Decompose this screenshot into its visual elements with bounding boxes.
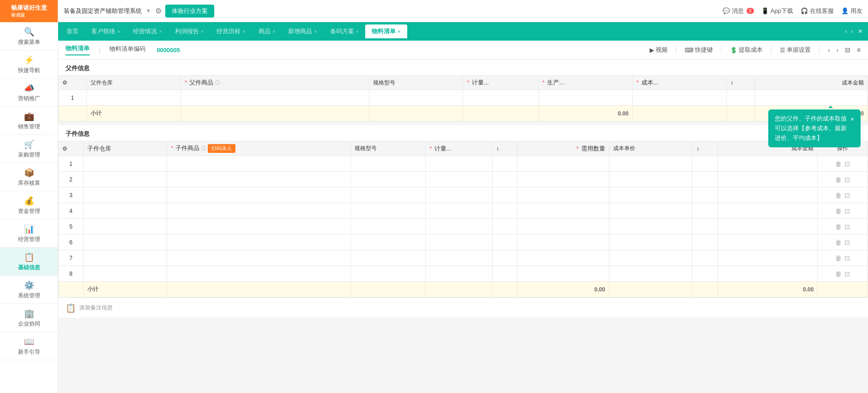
- tab-label: 物料清单: [372, 27, 396, 36]
- app-subtitle: 标准版: [11, 12, 47, 18]
- tab-close-icon[interactable]: ×: [242, 29, 245, 34]
- sidebar-item-guide[interactable]: 📖 新手引导: [0, 332, 58, 360]
- settings-icon[interactable]: ⚙: [155, 6, 162, 15]
- tab-close-icon[interactable]: ×: [201, 29, 204, 34]
- sub-tab-bom-code[interactable]: 物料清单编码: [109, 45, 145, 55]
- sidebar-item-enterprise[interactable]: 🏢 企业协同: [0, 304, 58, 332]
- copy-icon[interactable]: ⊡: [844, 270, 850, 278]
- delete-icon[interactable]: 🗑: [835, 254, 842, 262]
- nav-right-icon[interactable]: ›: [836, 47, 838, 54]
- tab-profit[interactable]: 利润报告 ×: [169, 24, 210, 38]
- experience-btn[interactable]: 体验行业方案: [165, 5, 214, 18]
- copy-icon[interactable]: ⊡: [844, 223, 850, 230]
- app-download-item[interactable]: 📱 App下载: [761, 7, 793, 15]
- action-shortcut[interactable]: ⌨ 快捷键: [685, 46, 713, 54]
- tab-new-goods[interactable]: 新增商品 ×: [282, 24, 323, 38]
- tab-close-icon[interactable]: ×: [272, 29, 275, 34]
- tab-close-icon[interactable]: ×: [117, 29, 120, 34]
- tab-barcode[interactable]: 条码方案 ×: [324, 24, 365, 38]
- tab-close-icon[interactable]: ×: [159, 29, 162, 34]
- info-icon: ⓘ: [201, 145, 206, 151]
- grid-view-icon[interactable]: ⊟: [845, 46, 850, 54]
- sidebar-item-finance[interactable]: 💰 资金管理: [0, 191, 58, 219]
- sidebar-item-basic-info[interactable]: 📋 基础信息: [0, 248, 58, 276]
- sidebar-item-system[interactable]: ⚙️ 系统管理: [0, 276, 58, 304]
- cell-c-unit-cost[interactable]: [609, 156, 693, 172]
- bottom-text[interactable]: 添加备注信息: [79, 304, 113, 312]
- delete-icon[interactable]: 🗑: [835, 239, 842, 246]
- cell-product[interactable]: [181, 90, 369, 106]
- sidebar-item-operations[interactable]: 📊 经营管理: [0, 219, 58, 248]
- cell-c-spec[interactable]: [350, 156, 426, 172]
- nav-close-all[interactable]: ×: [855, 25, 866, 37]
- cell-production[interactable]: [538, 90, 633, 106]
- delete-icon[interactable]: 🗑: [835, 270, 842, 278]
- delete-icon[interactable]: 🗑: [835, 223, 842, 230]
- tab-bom[interactable]: 物料清单 ×: [365, 24, 407, 38]
- tab-label: 首页: [66, 27, 78, 36]
- cell-spec[interactable]: [369, 90, 463, 106]
- nav-left-icon[interactable]: ‹: [828, 47, 830, 54]
- scan-input-btn[interactable]: 扫码录入: [208, 144, 235, 153]
- sidebar-item-sales[interactable]: 💼 销售管理: [0, 107, 58, 135]
- note-icon: 📋: [66, 303, 76, 313]
- action-extract-cost[interactable]: 💲 提取成本: [730, 46, 763, 54]
- delete-icon[interactable]: 🗑: [835, 207, 842, 215]
- online-service-item[interactable]: 🎧 在线客服: [801, 7, 834, 15]
- delete-icon[interactable]: 🗑: [835, 160, 842, 168]
- tab-close-icon[interactable]: ×: [314, 29, 317, 34]
- tab-close-icon[interactable]: ×: [398, 29, 400, 34]
- box-icon: 📦: [24, 168, 34, 178]
- message-item[interactable]: 💬 消息 6: [723, 7, 754, 15]
- copy-icon[interactable]: ⊡: [844, 239, 850, 246]
- sidebar-item-search[interactable]: 🔍 搜索菜单: [0, 22, 58, 50]
- cell-c-quantity[interactable]: [517, 156, 609, 172]
- tooltip-close-btn[interactable]: ×: [850, 114, 854, 124]
- nav-next-icon[interactable]: ›: [849, 26, 855, 36]
- sub-tab-bom-list[interactable]: 物料清单: [66, 44, 90, 55]
- message-icon: 💬: [723, 7, 730, 14]
- nav-prev-icon[interactable]: ‹: [844, 26, 849, 36]
- copy-icon[interactable]: ⊡: [844, 207, 850, 215]
- tab-goods[interactable]: 商品 ×: [252, 24, 282, 38]
- tab-customer[interactable]: 客户联络 ×: [85, 24, 127, 38]
- sidebar-item-label: 系统管理: [18, 292, 40, 300]
- sidebar-item-purchase[interactable]: 🛒 采购管理: [0, 135, 58, 163]
- tab-history[interactable]: 经营历程 ×: [210, 24, 252, 38]
- sidebar-item-marketing[interactable]: 📣 营销推广: [0, 79, 58, 107]
- gear-icon: ⚙️: [24, 280, 34, 290]
- tab-home[interactable]: 首页: [60, 24, 85, 38]
- row-actions: 🗑 ⊡: [821, 160, 864, 168]
- delete-icon[interactable]: 🗑: [835, 176, 842, 183]
- action-single-settings[interactable]: ☰ 单据设置: [780, 46, 811, 54]
- user-item[interactable]: 👤 用友: [841, 7, 862, 15]
- th-settings[interactable]: ⚙: [59, 141, 84, 156]
- tab-operations[interactable]: 经营情况 ×: [127, 24, 168, 38]
- list-view-icon[interactable]: ≡: [857, 46, 861, 54]
- cell-c-warehouse[interactable]: [84, 156, 167, 172]
- tab-close-icon[interactable]: ×: [356, 29, 359, 34]
- cell-warehouse[interactable]: [87, 90, 181, 106]
- sidebar-item-label: 经营管理: [18, 236, 40, 243]
- copy-icon[interactable]: ⊡: [844, 176, 850, 183]
- cell-c-product[interactable]: [167, 156, 350, 172]
- cell-cost[interactable]: [633, 90, 727, 106]
- dropdown-icon[interactable]: ▼: [145, 7, 151, 14]
- th-settings[interactable]: ⚙: [59, 76, 87, 90]
- tab-label: 经营历程: [217, 27, 241, 36]
- copy-icon[interactable]: ⊡: [844, 160, 850, 168]
- sidebar-item-quick-nav[interactable]: ⚡ 快捷导航: [0, 50, 58, 79]
- action-video[interactable]: ▶ 视频: [650, 46, 668, 54]
- headset-icon: 🎧: [801, 7, 808, 14]
- copy-icon[interactable]: ⊡: [844, 254, 850, 262]
- cost-tooltip: × 您的父件、子件的成本取值可以选择【参考成本、最新进价、平均成本】: [768, 109, 861, 147]
- cell-unit[interactable]: [463, 90, 538, 106]
- copy-icon[interactable]: ⊡: [844, 192, 850, 199]
- delete-icon[interactable]: 🗑: [835, 192, 842, 199]
- sidebar-item-inventory[interactable]: 📦 库存核算: [0, 163, 58, 191]
- th-warehouse: 父件仓库: [87, 76, 181, 90]
- cell-c-unit[interactable]: [426, 156, 493, 172]
- cell-sort: [727, 90, 755, 106]
- row-num: 1: [59, 90, 87, 106]
- main-content: 装备及固定资产辅助管理系统 ▼ ⚙ 体验行业方案 💬 消息 6 📱 App下载 …: [58, 0, 868, 393]
